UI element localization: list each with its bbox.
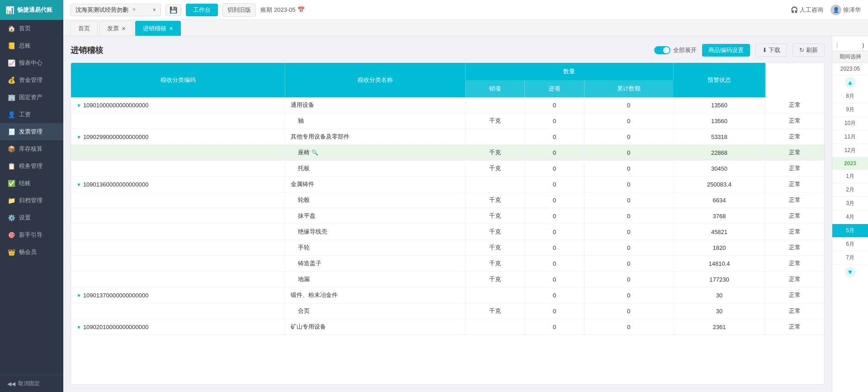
toggle-label: 全部展开 [673, 46, 697, 54]
sidebar-item-label: 税务管理 [19, 162, 42, 170]
archive-icon: 📁 [7, 197, 15, 204]
period-item-4[interactable]: 4月 [832, 210, 868, 224]
period-item-8[interactable]: 8月 [832, 90, 868, 103]
cell-total: 13560 [673, 113, 765, 129]
cell-code [71, 224, 285, 240]
page-header: 进销稽核 全部展开 商品编码设置 ⬇ 下载 ↻ 刷 [71, 43, 825, 57]
cell-code: ▼10901000000000000000 [71, 97, 285, 113]
company-selector[interactable]: 沈海英测试经营勿删 ✕ ▾ [71, 4, 161, 16]
period-item-5[interactable]: 5月 [832, 224, 868, 238]
table-row: ▼10901370000000000000锻件、粉末冶金件0030正常 [71, 287, 824, 303]
period-up-arrow[interactable]: ▲ [845, 77, 856, 88]
search-icon[interactable]: 🔍 [311, 149, 318, 156]
cell-total: 1820 [673, 240, 765, 256]
period-item-2[interactable]: 2月 [832, 183, 868, 197]
cell-status: 正常 [765, 177, 824, 192]
sidebar-item-invoice[interactable]: 🧾 发票管理 [0, 123, 63, 140]
cell-status: 正常 [765, 319, 824, 335]
sidebar-item-guide[interactable]: 🎯 新手引导 [0, 226, 63, 244]
collapse-icon[interactable]: ▼ [76, 103, 81, 108]
download-btn[interactable]: ⬇ 下载 [755, 43, 788, 57]
archive-btn[interactable]: 💾 [165, 4, 181, 16]
sidebar-item-fixed-assets[interactable]: 🏢 固定资产 [0, 89, 63, 106]
switch-version-btn[interactable]: 切到旧版 [222, 3, 256, 17]
cell-purchase: 0 [584, 145, 673, 161]
period-item-3[interactable]: 3月 [832, 197, 868, 210]
cell-sales: 0 [525, 145, 584, 161]
sidebar-item-label: 归档管理 [19, 196, 42, 205]
tab-home-label: 首页 [78, 24, 90, 33]
guide-icon: 🎯 [7, 231, 15, 239]
cell-sales: 0 [525, 256, 584, 272]
company-delete-icon[interactable]: ✕ [132, 7, 136, 13]
download-label: 下载 [769, 47, 780, 53]
sidebar-unpin-btn[interactable]: ◀◀ 取消固定 [0, 375, 63, 392]
period-down-arrow[interactable]: ▼ [845, 267, 856, 277]
period-item-1[interactable]: 1月 [832, 170, 868, 183]
sidebar-item-ledger[interactable]: 📒 总账 [0, 37, 63, 54]
sidebar-item-funds[interactable]: 💰 资金管理 [0, 72, 63, 89]
collapse-icon[interactable]: ▼ [76, 182, 81, 187]
period-value: 2023-05 [274, 6, 296, 13]
product-code-btn[interactable]: 商品编码设置 [702, 44, 750, 57]
cell-code [71, 256, 285, 272]
cell-sales: 0 [525, 319, 584, 335]
cell-name: 铸造盖子 [285, 256, 466, 272]
table-row: 手轮千克001820正常 [71, 240, 824, 256]
sidebar-item-reports[interactable]: 📈 报表中心 [0, 54, 63, 72]
expand-toggle[interactable]: 全部展开 [654, 46, 697, 54]
cell-sales: 0 [525, 272, 584, 287]
calendar-icon[interactable]: 📅 [297, 6, 305, 13]
th-total: 累计数额 [584, 80, 673, 97]
sidebar-item-tax[interactable]: 📋 税务管理 [0, 158, 63, 175]
user-menu[interactable]: 👤 徐泽华 [830, 5, 861, 15]
sidebar-item-label: 畅会员 [19, 248, 37, 256]
period-item-10[interactable]: 10月 [832, 117, 868, 130]
page-content: 进销稽核 全部展开 商品编码设置 ⬇ 下载 ↻ 刷 [63, 36, 868, 392]
panel-expand-btn[interactable]: ⟨ [836, 42, 838, 49]
cell-total: 3768 [673, 208, 765, 224]
unpin-label: 取消固定 [18, 380, 40, 387]
period-item-9[interactable]: 9月 [832, 103, 868, 117]
cell-status: 正常 [765, 240, 824, 256]
cell-name: 座椅 🔍 [285, 145, 466, 161]
cell-unit: 千克 [466, 208, 525, 224]
period-item-11[interactable]: 11月 [832, 130, 868, 144]
tab-home[interactable]: 首页 [71, 21, 98, 36]
workspace-btn[interactable]: 工作台 [186, 4, 218, 16]
cell-sales: 0 [525, 224, 584, 240]
sidebar-item-salary[interactable]: 👤 工资 [0, 106, 63, 123]
refresh-icon: ↻ [799, 47, 804, 53]
tab-reconcile-label: 进销稽核 [143, 24, 166, 33]
collapse-icon[interactable]: ▼ [76, 293, 81, 298]
tab-invoice-close-icon[interactable]: ✕ [122, 26, 126, 32]
logo-icon: 📊 [5, 6, 14, 14]
panel-top-buttons: ⟨ ⟩ [832, 40, 868, 51]
sidebar-item-home[interactable]: 🏠 首页 [0, 20, 63, 37]
sidebar-item-archive[interactable]: 📁 归档管理 [0, 192, 63, 209]
period-item-2023-05-top[interactable]: 2023.05 [832, 63, 868, 75]
collapse-icon[interactable]: ▼ [76, 325, 81, 330]
sidebar-item-vip[interactable]: 👑 畅会员 [0, 244, 63, 261]
support-btn[interactable]: 🎧 人工咨询 [791, 6, 823, 14]
refresh-btn[interactable]: ↻ 刷新 [793, 43, 825, 57]
tab-invoice[interactable]: 发票 ✕ [99, 21, 133, 36]
tab-invoice-label: 发票 [107, 24, 119, 33]
cell-name: 手轮 [285, 240, 466, 256]
tab-reconcile[interactable]: 进销稽核 ✕ [135, 21, 181, 36]
switch-track[interactable] [654, 46, 670, 54]
cell-status: 正常 [765, 303, 824, 319]
switch-thumb [663, 47, 670, 53]
sidebar-item-label: 库存核算 [19, 145, 42, 153]
collapse-icon[interactable]: ▼ [76, 134, 81, 140]
sidebar-item-inventory[interactable]: 📦 库存核算 [0, 140, 63, 158]
period-item-7[interactable]: 7月 [832, 251, 868, 265]
period-item-6[interactable]: 6月 [832, 238, 868, 251]
tab-reconcile-close-icon[interactable]: ✕ [169, 26, 173, 32]
sidebar-item-settings[interactable]: ⚙️ 设置 [0, 209, 63, 226]
cell-total: 13560 [673, 97, 765, 113]
period-item-12[interactable]: 12月 [832, 144, 868, 158]
sidebar-item-settlement[interactable]: ✅ 结账 [0, 175, 63, 192]
panel-collapse-expand-icon[interactable]: ⟩ [862, 42, 864, 49]
ledger-icon: 📒 [7, 42, 15, 49]
